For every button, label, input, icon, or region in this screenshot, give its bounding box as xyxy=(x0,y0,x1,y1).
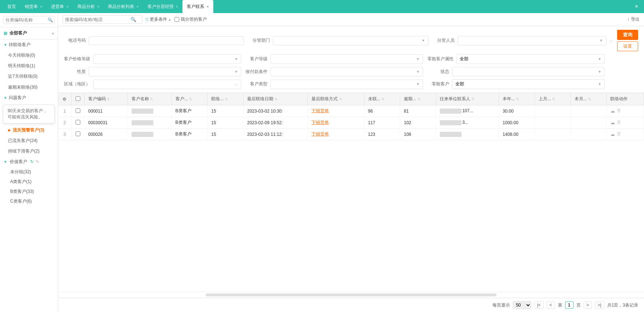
sort-last-method-icon: ⇅ xyxy=(339,97,342,101)
cell-last-method[interactable]: 下销货单 xyxy=(308,129,364,140)
retail-select[interactable]: 全部 ▼ xyxy=(452,79,605,89)
filter-field-retail-attr: 零散客户属性 全部 ▼ xyxy=(427,54,605,64)
sidebar-item-7days[interactable]: 近7天待联络(0) xyxy=(0,71,58,82)
sidebar-item-today[interactable]: 今天待联络(0) xyxy=(0,50,58,61)
nature-select[interactable]: ▼ xyxy=(89,67,241,76)
dept-select[interactable]: ▼ xyxy=(273,36,428,45)
tab-customer-contact[interactable]: 客户联系 × xyxy=(182,0,213,13)
col-code-header[interactable]: 客户编码 ⇅ xyxy=(84,93,128,105)
edit-icon-value[interactable]: ✎ xyxy=(36,159,39,164)
action-chat-icon[interactable]: ☁ xyxy=(610,108,615,114)
sidebar-group-value[interactable]: ▼ 价值客户 ↻ ✎ xyxy=(0,157,58,167)
cell-checkbox[interactable] xyxy=(71,105,84,117)
search-input[interactable] xyxy=(65,17,130,22)
col-overdue-header[interactable]: 逾期... ⇅ xyxy=(400,93,436,105)
tab-product-analysis[interactable]: 商品分析 × xyxy=(73,0,104,13)
customer-type-select[interactable]: ▼ xyxy=(270,80,423,89)
col-last-month-header[interactable]: 上月... ⇅ xyxy=(535,93,571,105)
filter-field-retail: 零散客户 全部 ▼ xyxy=(427,79,605,89)
sidebar-group-pending[interactable]: ▼ 待联络客户 xyxy=(0,40,58,50)
sidebar-item-ungrouped[interactable]: 未分组(32) xyxy=(0,167,58,177)
action-chat-icon[interactable]: ☁ xyxy=(610,131,615,137)
col-this-month-header[interactable]: 本月... ⇅ xyxy=(571,93,607,105)
cell-name xyxy=(128,129,172,140)
price-level-select[interactable]: ▼ xyxy=(93,54,241,64)
tab-sales[interactable]: 销货单 × xyxy=(20,0,47,13)
sidebar-item-tomorrow[interactable]: 明天待联络(1) xyxy=(0,61,58,71)
action-more-icon[interactable]: ⠿ xyxy=(617,108,621,114)
sidebar-search-input[interactable] xyxy=(3,16,55,24)
cell-last-method[interactable]: 下销货单 xyxy=(308,105,364,117)
col-last-method-header[interactable]: 最后联络方式 ⇅ xyxy=(308,93,364,105)
sidebar-all-customers[interactable]: ⊞ 全部客户 « xyxy=(0,27,58,40)
col-last-date-header[interactable]: 最后联络日期 ⇅ xyxy=(243,93,308,105)
sidebar-item-declining[interactable]: 持续下滑客户(2) xyxy=(0,146,58,157)
action-more-icon[interactable]: ⠿ xyxy=(617,120,621,125)
payment-select[interactable]: ▼ xyxy=(270,67,423,76)
page-prev-btn[interactable]: < xyxy=(547,301,555,309)
my-customers-checkbox[interactable] xyxy=(174,17,179,22)
col-type-header[interactable]: 客户... ⇅ xyxy=(172,93,208,105)
person-select[interactable]: ▼ xyxy=(458,36,606,45)
sidebar-search-icon[interactable]: 🔍 xyxy=(48,17,53,23)
customer-level-select[interactable]: ▼ xyxy=(270,54,423,64)
query-button[interactable]: 查询 xyxy=(617,30,638,40)
search-input-wrap: 🔍 xyxy=(63,15,142,24)
export-btn[interactable]: ↑ 导出 xyxy=(627,16,640,23)
tab-home[interactable]: 首页 xyxy=(3,0,20,13)
col-settings[interactable]: ⚙ xyxy=(58,93,71,105)
tab-purchase[interactable]: 进货单 × xyxy=(47,0,73,13)
cell-checkbox[interactable] xyxy=(71,117,84,129)
cell-last-method[interactable]: 下销货单 xyxy=(308,117,364,129)
per-page-select[interactable]: 50 100 200 xyxy=(513,301,531,309)
sidebar-item-overdue[interactable]: 逾期未联络(30) xyxy=(0,82,58,93)
retail-arrow: ▼ xyxy=(598,82,601,86)
cell-no-contact: 96 xyxy=(364,105,400,117)
close-tab-customer-tier[interactable]: × xyxy=(176,4,178,9)
sidebar-collapse-btn[interactable]: « xyxy=(52,31,54,36)
close-tab-product-list[interactable]: × xyxy=(136,4,138,9)
cell-checkbox[interactable] xyxy=(71,129,84,140)
customer-type-label: 客户类型 xyxy=(246,81,267,87)
scrollbar-thumb[interactable] xyxy=(206,293,496,296)
person-more-icon[interactable]: ··· xyxy=(609,38,613,43)
sidebar-item-classC[interactable]: C类客户(6) xyxy=(0,196,58,206)
region-select[interactable]: ··· xyxy=(93,80,241,89)
page-next-btn[interactable]: > xyxy=(584,301,592,309)
search-submit-icon[interactable]: 🔍 xyxy=(130,17,136,22)
sidebar-item-classA[interactable]: A类客户(1) xyxy=(0,177,58,187)
col-this-year-header[interactable]: 本年... ⇅ xyxy=(499,93,535,105)
page-last-btn[interactable]: >| xyxy=(595,301,604,309)
region-more-icon[interactable]: ··· xyxy=(234,82,238,87)
settings-button[interactable]: 设置 xyxy=(617,41,638,51)
cell-contact-count: 15 xyxy=(208,105,243,117)
sidebar-group-problem[interactable]: ▼ 问题客户 xyxy=(0,93,58,103)
window-close-button[interactable]: × xyxy=(632,3,641,10)
col-contact-person-header[interactable]: 往来单位联系人 ⇅ xyxy=(436,93,499,105)
page-first-btn[interactable]: |< xyxy=(534,301,544,309)
col-name-header[interactable]: 客户名称 ⇅ xyxy=(128,93,172,105)
col-checkbox[interactable] xyxy=(71,93,84,105)
horizontal-scrollbar[interactable] xyxy=(58,292,644,298)
tab-product-list[interactable]: 商品分析列表 × xyxy=(104,0,143,13)
refresh-icon-value[interactable]: ↻ xyxy=(30,159,34,164)
my-customers-checkbox-wrap[interactable]: 我分管的客户 xyxy=(174,16,207,23)
close-tab-sales[interactable]: × xyxy=(40,4,42,9)
sidebar-item-classB[interactable]: B类客户(33) xyxy=(0,187,58,196)
tab-customer-tier[interactable]: 客户分层经营 × xyxy=(143,0,182,13)
phone-input[interactable] xyxy=(89,36,244,45)
close-tab-purchase[interactable]: × xyxy=(66,4,68,9)
col-contact-count-header[interactable]: 联络... ⇅ xyxy=(208,93,243,105)
col-no-contact-header[interactable]: 未联... ⇅ xyxy=(364,93,400,105)
close-tab-customer-contact[interactable]: × xyxy=(206,4,209,9)
sidebar-item-churn-warning[interactable]: 流失预警客户(3) xyxy=(0,125,58,135)
sidebar-item-churned[interactable]: 已流失客户(24) xyxy=(0,135,58,146)
action-more-icon[interactable]: ⠿ xyxy=(617,131,621,137)
status-select[interactable]: ▼ xyxy=(452,67,605,76)
more-conditions-btn[interactable]: ▽ 更多条件 ▲ xyxy=(145,16,172,23)
action-chat-icon[interactable]: ☁ xyxy=(610,120,615,125)
select-all-checkbox[interactable] xyxy=(76,96,80,101)
sort-name-icon: ⇅ xyxy=(150,97,153,101)
close-tab-product-analysis[interactable]: × xyxy=(97,4,99,9)
retail-attr-select[interactable]: 全部 ▼ xyxy=(456,54,605,64)
